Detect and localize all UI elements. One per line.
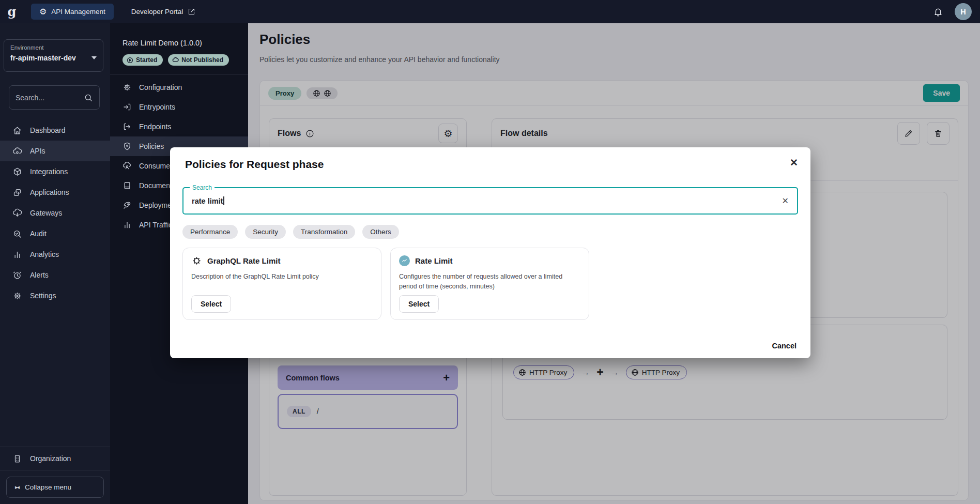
alarm-clock-icon xyxy=(12,270,22,280)
gear-icon xyxy=(12,291,22,301)
notifications-bell-icon[interactable] xyxy=(933,7,943,17)
policy-card-graphql-rate-limit: GraphQL Rate Limit Description of the Gr… xyxy=(182,248,381,320)
bar-chart-icon xyxy=(122,220,132,230)
topbar-right: H xyxy=(933,3,980,20)
gravitee-logo: g xyxy=(0,6,24,18)
clear-search-icon[interactable]: ✕ xyxy=(782,196,789,206)
top-bar: g ⚙ API Management Developer Portal H xyxy=(0,0,980,23)
play-circle-icon xyxy=(127,57,133,64)
policy-name: GraphQL Rate Limit xyxy=(207,256,280,265)
apis-cloud-icon xyxy=(12,146,22,156)
policy-name: Rate Limit xyxy=(415,256,453,265)
audit-magnifier-icon xyxy=(12,229,22,239)
sidebar-item-label: Integrations xyxy=(30,167,68,176)
book-icon xyxy=(122,181,132,190)
sidebar-item-alerts[interactable]: Alerts xyxy=(0,265,110,285)
chevron-down-icon xyxy=(91,56,97,59)
sidebar-item-label: Audit xyxy=(30,230,47,238)
api-menu-label: Configuration xyxy=(139,83,182,91)
shield-icon xyxy=(122,142,132,151)
arrow-out-bracket-icon xyxy=(122,122,132,131)
api-menu-entrypoints[interactable]: Entrypoints xyxy=(110,97,248,117)
text-cursor xyxy=(223,196,224,205)
cancel-button[interactable]: Cancel xyxy=(772,342,797,350)
api-title: Rate Limit Demo (1.0.0) xyxy=(110,23,248,47)
status-badge-not-published: Not Published xyxy=(168,54,229,66)
sidebar-item-label: APIs xyxy=(30,147,45,155)
rate-limit-icon xyxy=(399,255,410,266)
graphql-rate-limit-icon xyxy=(191,255,202,266)
api-management-nav-button[interactable]: ⚙ API Management xyxy=(31,4,114,20)
environment-select-value: fr-apim-master-dev xyxy=(10,54,76,62)
sidebar-item-label: Gateways xyxy=(30,209,62,217)
select-policy-button[interactable]: Select xyxy=(191,295,231,313)
category-filter-chips: Performance Security Transformation Othe… xyxy=(182,225,399,239)
app-root: g ⚙ API Management Developer Portal H En… xyxy=(0,0,980,504)
search-icon xyxy=(84,93,93,102)
sidebar-item-audit[interactable]: Audit xyxy=(0,223,110,244)
sidebar-item-label: Analytics xyxy=(30,250,59,258)
filter-chip-performance[interactable]: Performance xyxy=(182,225,238,239)
badge-label: Started xyxy=(136,56,157,64)
search-field-label: Search xyxy=(190,184,215,191)
api-menu-endpoints[interactable]: Endpoints xyxy=(110,117,248,136)
api-menu-label: Endpoints xyxy=(139,123,171,131)
filter-chip-transformation[interactable]: Transformation xyxy=(293,225,355,239)
sidebar-item-label: Settings xyxy=(30,292,56,300)
api-menu-label: Entrypoints xyxy=(139,103,175,111)
consumers-cloud-person-icon xyxy=(122,161,132,171)
gear-icon xyxy=(122,83,132,92)
close-icon[interactable]: ✕ xyxy=(790,157,798,169)
sidebar-item-organization[interactable]: Organization xyxy=(0,447,110,470)
api-badges: Started Not Published xyxy=(110,47,248,66)
gear-icon: ⚙ xyxy=(39,7,47,17)
rocket-icon xyxy=(122,201,132,210)
developer-portal-nav-button[interactable]: Developer Portal xyxy=(123,4,204,20)
collapse-icon: ▸◂ xyxy=(15,484,19,491)
api-menu-configuration[interactable]: Configuration xyxy=(110,78,248,97)
sidebar-item-integrations[interactable]: Integrations xyxy=(0,161,110,182)
sidebar-bottom: Organization ▸◂ Collapse menu xyxy=(0,447,110,504)
environment-select[interactable]: Environment fr-apim-master-dev xyxy=(4,39,103,72)
select-policy-button[interactable]: Select xyxy=(399,295,439,313)
divider xyxy=(0,470,110,470)
filter-chip-security[interactable]: Security xyxy=(245,225,286,239)
applications-icon xyxy=(12,188,22,197)
collapse-menu-label: Collapse menu xyxy=(25,483,71,491)
sidebar-item-label: Alerts xyxy=(30,271,49,279)
sidebar-item-applications[interactable]: Applications xyxy=(0,182,110,203)
environment-sidebar: Environment fr-apim-master-dev Dashboard… xyxy=(0,23,110,504)
sidebar-search-input[interactable] xyxy=(16,94,80,102)
policy-results: GraphQL Rate Limit Description of the Gr… xyxy=(182,248,589,320)
sidebar-item-dashboard[interactable]: Dashboard xyxy=(0,120,110,141)
sidebar-search xyxy=(9,85,100,110)
environment-select-label: Environment xyxy=(10,44,97,51)
policy-description: Description of the GraphQL Rate Limit po… xyxy=(191,272,362,282)
policy-description: Configures the number of requests allowe… xyxy=(399,272,570,292)
sidebar-item-apis[interactable]: APIs xyxy=(0,141,110,161)
filter-chip-others[interactable]: Others xyxy=(362,225,399,239)
environment-nav: Dashboard APIs Integrations Applications… xyxy=(0,120,110,306)
policies-dialog: Policies for Request phase ✕ Search rate… xyxy=(170,147,810,358)
cube-icon xyxy=(12,167,22,177)
arrow-into-bracket-icon xyxy=(122,102,132,112)
gateway-cloud-icon xyxy=(12,208,22,218)
api-menu-label: Policies xyxy=(139,142,164,150)
sidebar-item-settings[interactable]: Settings xyxy=(0,285,110,306)
api-menu-label: API Traffic xyxy=(139,221,172,229)
developer-portal-label: Developer Portal xyxy=(131,8,183,16)
sidebar-item-gateways[interactable]: Gateways xyxy=(0,203,110,223)
sidebar-item-label: Applications xyxy=(30,188,69,196)
policy-card-rate-limit: Rate Limit Configures the number of requ… xyxy=(390,248,589,320)
user-avatar[interactable]: H xyxy=(955,3,972,20)
policy-search-field[interactable]: Search rate limit ✕ xyxy=(182,187,798,215)
sidebar-item-analytics[interactable]: Analytics xyxy=(0,244,110,265)
divider xyxy=(110,74,248,74)
external-link-icon xyxy=(188,8,195,16)
bar-chart-icon xyxy=(12,250,22,259)
cloud-icon xyxy=(172,57,179,64)
search-field-value: rate limit xyxy=(192,197,223,205)
dialog-title: Policies for Request phase xyxy=(185,158,324,171)
collapse-menu-button[interactable]: ▸◂ Collapse menu xyxy=(6,477,104,498)
building-icon xyxy=(12,454,22,464)
